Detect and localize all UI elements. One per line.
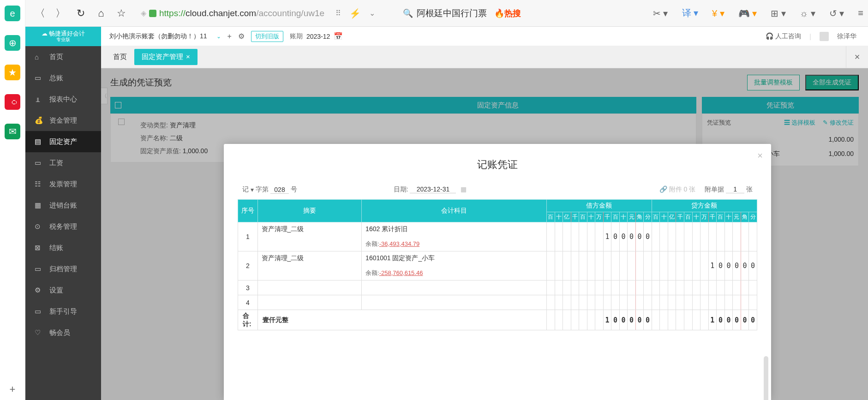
credit-digit[interactable]: [660, 222, 668, 251]
debit-digit[interactable]: [619, 281, 628, 295]
credit-digit[interactable]: [717, 295, 725, 310]
credit-digit[interactable]: [652, 295, 660, 310]
debit-digit[interactable]: 0: [635, 222, 644, 251]
sun-icon[interactable]: ☼ ▾: [800, 8, 815, 19]
debit-digit[interactable]: [644, 295, 652, 310]
credit-digit[interactable]: [749, 222, 757, 251]
debit-digit[interactable]: [579, 251, 587, 281]
credit-digit[interactable]: 1: [708, 251, 717, 281]
wallet-icon[interactable]: ¥ ▾: [712, 8, 724, 19]
row-account[interactable]: 1601001 固定资产_小车余额:-258,760,615.46: [362, 251, 547, 281]
credit-digit[interactable]: [668, 222, 676, 251]
weibo-icon[interactable]: ဝ: [5, 94, 20, 110]
sidebar-item-funds[interactable]: 💰资金管理: [25, 110, 101, 131]
credit-digit[interactable]: [692, 222, 700, 251]
debit-digit[interactable]: [595, 281, 604, 295]
grid-icon[interactable]: ⊞ ▾: [771, 8, 786, 19]
credit-digit[interactable]: [684, 295, 693, 310]
credit-digit[interactable]: [692, 281, 700, 295]
credit-digit[interactable]: 0: [724, 251, 733, 281]
credit-digit[interactable]: 0: [717, 251, 725, 281]
user-name[interactable]: 徐泽华: [837, 32, 856, 41]
debit-digit[interactable]: [563, 222, 571, 251]
sidebar-item-fixed-assets[interactable]: ▤固定资产: [25, 131, 101, 152]
credit-digit[interactable]: [700, 251, 709, 281]
credit-digit[interactable]: [749, 281, 757, 295]
debit-digit[interactable]: [587, 295, 595, 310]
star-button[interactable]: ☆: [111, 3, 132, 24]
row-summary[interactable]: [257, 281, 362, 295]
credit-digit[interactable]: 0: [749, 251, 757, 281]
debit-digit[interactable]: [628, 251, 636, 281]
credit-digit[interactable]: [708, 281, 717, 295]
debit-digit[interactable]: [595, 251, 604, 281]
credit-digit[interactable]: [668, 281, 676, 295]
debit-digit[interactable]: [603, 251, 611, 281]
debit-digit[interactable]: [571, 222, 579, 251]
debit-digit[interactable]: [579, 281, 587, 295]
close-all-button[interactable]: ×: [846, 46, 868, 68]
voucher-row[interactable]: 4: [238, 295, 757, 310]
sidebar-item-member[interactable]: ♡畅会员: [25, 322, 101, 343]
sidebar-item-reports[interactable]: ⫫报表中心: [25, 89, 101, 110]
debit-digit[interactable]: [611, 251, 620, 281]
history-icon[interactable]: ↺ ▾: [829, 8, 844, 19]
credit-digit[interactable]: [700, 222, 709, 251]
debit-digit[interactable]: 0: [611, 222, 620, 251]
credit-digit[interactable]: [749, 295, 757, 310]
period-value[interactable]: 2023-12: [306, 33, 330, 40]
chrome-search[interactable]: 🔍 阿根廷中国行门票 🔥热搜: [403, 7, 521, 19]
sidebar-item-guide[interactable]: ▭新手引导: [25, 301, 101, 322]
credit-digit[interactable]: [700, 281, 709, 295]
credit-digit[interactable]: [717, 222, 725, 251]
calendar-icon[interactable]: ▦: [461, 185, 467, 193]
debit-digit[interactable]: [635, 295, 644, 310]
calendar-icon[interactable]: 📅: [334, 32, 343, 41]
menu-icon[interactable]: ≡: [858, 8, 863, 18]
credit-digit[interactable]: [684, 281, 693, 295]
os-add-icon[interactable]: +: [10, 383, 16, 395]
debit-digit[interactable]: [611, 295, 620, 310]
chevron-down-icon[interactable]: ⌄: [216, 33, 221, 40]
debit-digit[interactable]: [563, 251, 571, 281]
debit-digit[interactable]: 0: [644, 222, 652, 251]
url-bar[interactable]: ◈ https://cloud.chanjet.com/accounting/u…: [141, 8, 375, 19]
credit-digit[interactable]: [684, 251, 693, 281]
dataset-selector[interactable]: 刘小艳演示账套（勿删勿动！）11: [109, 32, 207, 41]
debit-digit[interactable]: [555, 222, 563, 251]
credit-digit[interactable]: [660, 251, 668, 281]
debit-digit[interactable]: 0: [619, 222, 628, 251]
close-modal-button[interactable]: ×: [757, 150, 763, 161]
credit-digit[interactable]: [676, 222, 684, 251]
sidebar-item-settings[interactable]: ⚙设置: [25, 280, 101, 301]
debit-digit[interactable]: [619, 295, 628, 310]
avatar[interactable]: [820, 32, 829, 41]
debit-digit[interactable]: [546, 281, 555, 295]
credit-digit[interactable]: [733, 281, 741, 295]
voucher-row[interactable]: 1资产清理_二级1602 累计折旧余额:-36,493,434.79100000: [238, 222, 757, 251]
debit-digit[interactable]: 0: [628, 222, 636, 251]
credit-digit[interactable]: [741, 222, 749, 251]
credit-digit[interactable]: 0: [741, 251, 749, 281]
debit-digit[interactable]: [555, 295, 563, 310]
credit-digit[interactable]: [668, 295, 676, 310]
debit-digit[interactable]: [644, 281, 652, 295]
credit-digit[interactable]: [733, 222, 741, 251]
credit-digit[interactable]: [652, 281, 660, 295]
debit-digit[interactable]: [595, 222, 604, 251]
debit-digit[interactable]: [635, 281, 644, 295]
home-button[interactable]: ⌂: [91, 3, 111, 24]
scissors-icon[interactable]: ✂ ▾: [653, 8, 668, 19]
sidebar-item-salary[interactable]: ▭工资: [25, 152, 101, 173]
reload-button[interactable]: ↻: [71, 3, 91, 24]
credit-digit[interactable]: [708, 295, 717, 310]
credit-digit[interactable]: [741, 281, 749, 295]
voucher-number-input[interactable]: 028: [270, 186, 289, 194]
voucher-type[interactable]: 记: [242, 185, 249, 194]
sidebar-item-closing[interactable]: ⊠结账: [25, 237, 101, 258]
sidebar-item-archive[interactable]: ▭归档管理: [25, 258, 101, 280]
switch-old-button[interactable]: 切到旧版: [251, 31, 283, 42]
credit-digit[interactable]: [717, 281, 725, 295]
translate-icon[interactable]: 译 ▾: [682, 7, 699, 19]
credit-digit[interactable]: [724, 281, 733, 295]
